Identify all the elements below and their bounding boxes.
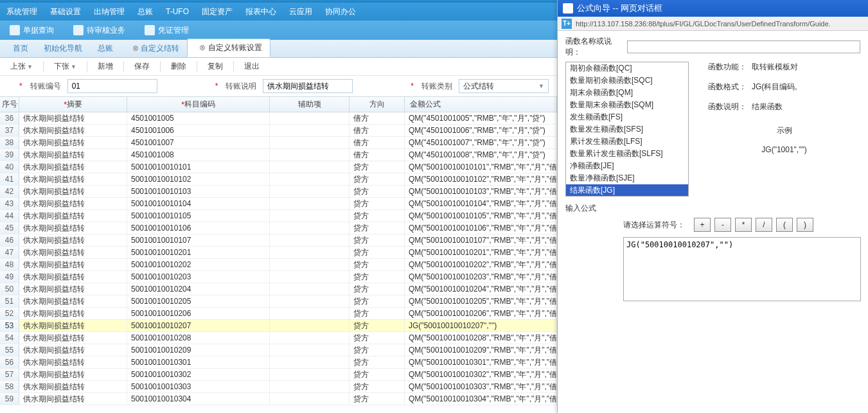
formula-textarea[interactable] [623,237,861,301]
toolbar-icon [73,25,84,35]
op-button-([interactable]: ( [776,218,793,232]
close-icon[interactable]: ⊗ [132,44,139,53]
func-item[interactable]: 发生额函数[FS] [566,111,688,123]
table-row[interactable]: 57供水期间损益结转50010010010302贷方QM("5001001001… [0,369,557,381]
table-row[interactable]: 46供水期间损益结转50010010010107贷方QM("5001001001… [0,234,557,247]
btn-退出[interactable]: 退出 [239,59,265,74]
op-button-/[interactable]: / [756,218,772,232]
btn-新增[interactable]: 新增 [93,59,118,74]
menu-基础设置[interactable]: 基础设置 [50,6,81,17]
table-row[interactable]: 59供水期间损益结转50010010010304贷方QM("5001001001… [0,393,557,405]
tab-自定义转账设置[interactable]: ⊗ 自定义转账设置 [187,39,270,57]
func-item[interactable]: 净额函数[JE] [566,160,688,172]
table-row[interactable]: 43供水期间损益结转50010010010104贷方QM("5001001001… [0,198,557,210]
btn-上张[interactable]: 上张▼ [5,59,38,74]
menu-系统管理[interactable]: 系统管理 [6,6,37,17]
subbar-凭证管理[interactable]: 凭证管理 [145,25,189,36]
table-row[interactable]: 39供水期间损益结转4501001008借方QM("4501001008","R… [0,149,557,161]
func-item[interactable]: 数量期初余额函数[SQC] [566,75,688,87]
dialog-titlebar[interactable]: 公式向导 -- 网页对话框 [558,0,868,17]
table-row[interactable]: 45供水期间损益结转50010010010106贷方QM("5001001001… [0,222,557,234]
type-label: 转账类别 [421,81,452,92]
col-seq[interactable]: 序号 [0,97,19,112]
table-row[interactable]: 41供水期间损益结转50010010010102贷方QM("5001001001… [0,173,557,186]
dialog-urlbar: T+ http://113.107.158.236:88/tplus/FI/GL… [558,17,868,31]
table-row[interactable]: 42供水期间损益结转50010010010103贷方QM("5001001001… [0,186,557,198]
ie-icon [563,3,573,13]
search-label: 函数名称或说明： [565,36,623,58]
grid-body: 36供水期间损益结转4501001005借方QM("4501001005","R… [0,112,557,413]
menu-T-UFO[interactable]: T-UFO [166,7,189,16]
col-subject[interactable]: *科目编码 [127,97,270,112]
data-grid: 序号 *摘要 *科目编码 辅助项 方向 金额公式 36供水期间损益结转45010… [0,96,557,413]
menu-固定资产[interactable]: 固定资产 [202,6,233,17]
table-row[interactable]: 37供水期间损益结转4501001006借方QM("4501001006","R… [0,125,557,137]
tab-首页[interactable]: 首页 [5,40,36,57]
table-row[interactable]: 47供水期间损益结转50010010010201贷方QM("5001001001… [0,247,557,259]
btn-复制[interactable]: 复制 [202,59,228,74]
toolbar-icon [145,25,155,35]
subbar-待审核业务[interactable]: 待审核业务 [73,25,125,36]
table-row[interactable]: 58供水期间损益结转50010010010303贷方QM("5001001001… [0,381,557,393]
func-item[interactable]: 期末余额函数[QM] [566,87,688,99]
code-input[interactable] [67,79,157,93]
table-row[interactable]: 38供水期间损益结转4501001007借方QM("4501001007","R… [0,137,557,149]
type-select[interactable]: 公式结转▼ [459,79,549,93]
func-item[interactable]: 累计发生额函数[LFS] [566,136,688,148]
func-item[interactable]: 数量期末余额函数[SQM] [566,99,688,111]
table-row[interactable]: 48供水期间损益结转50010010010202贷方QM("5001001001… [0,259,557,271]
close-icon[interactable]: ⊗ [199,43,206,52]
table-row[interactable]: 56供水期间损益结转50010010010301贷方QM("5001001001… [0,356,557,369]
col-dir[interactable]: 方向 [350,97,405,112]
tab-初始化导航[interactable]: 初始化导航 [36,40,90,57]
desc-label: 转账说明 [226,81,256,92]
tab-自定义结转[interactable]: ⊗ 自定义结转 [121,40,187,57]
table-row[interactable]: 40供水期间损益结转50010010010101贷方QM("5001001001… [0,161,557,173]
function-detail: 函数功能：取转账模板对 函数格式：JG(科目编码, 函数说明：结果函数 示例 J… [695,62,860,197]
subbar-单据查询[interactable]: 单据查询 [10,25,54,36]
chevron-down-icon: ▼ [71,64,76,70]
op-button-*[interactable]: * [735,218,752,232]
code-label: 转账编号 [30,81,61,92]
app-icon: T+ [562,19,572,29]
function-list[interactable]: 期初余额函数[QC]数量期初余额函数[SQC]期末余额函数[QM]数量期末余额函… [565,62,689,197]
col-formula[interactable]: 金额公式 [405,97,557,112]
toolbar-icon [10,25,20,35]
table-row[interactable]: 52供水期间损益结转50010010010206贷方QM("5001001001… [0,308,557,320]
table-row[interactable]: 53供水期间损益结转50010010010207贷方JG("5001001001… [0,320,557,332]
dialog-title: 公式向导 -- 网页对话框 [577,3,662,14]
func-item[interactable]: 数量发生额函数[SFS] [566,123,688,136]
op-button-+[interactable]: + [694,218,711,232]
menu-协同办公[interactable]: 协同办公 [325,6,356,17]
table-row[interactable]: 51供水期间损益结转50010010010205贷方QM("5001001001… [0,295,557,308]
desc-input[interactable] [263,79,353,93]
func-item[interactable]: 数量净额函数[SJE] [566,172,688,184]
col-aux[interactable]: 辅助项 [270,97,350,112]
col-summary[interactable]: *摘要 [19,97,127,112]
btn-删除[interactable]: 删除 [166,59,191,74]
func-item[interactable]: 期初余额函数[QC] [566,62,688,75]
menu-报表中心[interactable]: 报表中心 [245,6,276,17]
menu-云应用[interactable]: 云应用 [289,6,312,17]
grid-header: 序号 *摘要 *科目编码 辅助项 方向 金额公式 [0,97,557,112]
op-button--[interactable]: - [714,218,731,232]
func-item[interactable]: 结果函数[JG] [566,184,688,197]
table-row[interactable]: 44供水期间损益结转50010010010105贷方QM("5001001001… [0,210,557,222]
menu-总账[interactable]: 总账 [137,6,153,17]
menu-出纳管理[interactable]: 出纳管理 [94,6,125,17]
table-row[interactable]: 54供水期间损益结转50010010010208贷方QM("5001001001… [0,332,557,344]
btn-下张[interactable]: 下张▼ [49,59,82,74]
func-search-input[interactable] [627,40,860,53]
btn-保存[interactable]: 保存 [129,59,155,74]
table-row[interactable]: 49供水期间损益结转50010010010203贷方QM("5001001001… [0,271,557,283]
func-item[interactable]: 数量累计发生额函数[SLFS] [566,148,688,160]
formula-wizard-dialog: 公式向导 -- 网页对话框 T+ http://113.107.158.236:… [557,0,868,413]
table-row[interactable]: 50供水期间损益结转50010010010204贷方QM("5001001001… [0,283,557,295]
table-row[interactable]: 36供水期间损益结转4501001005借方QM("4501001005","R… [0,112,557,125]
op-button-)[interactable]: ) [797,218,813,232]
table-row[interactable]: 55供水期间损益结转50010010010209贷方QM("5001001001… [0,344,557,356]
formula-section-label: 输入公式 [565,203,860,214]
chevron-down-icon: ▼ [538,83,544,89]
chevron-down-icon: ▼ [27,64,33,70]
tab-总账[interactable]: 总账 [90,40,121,57]
